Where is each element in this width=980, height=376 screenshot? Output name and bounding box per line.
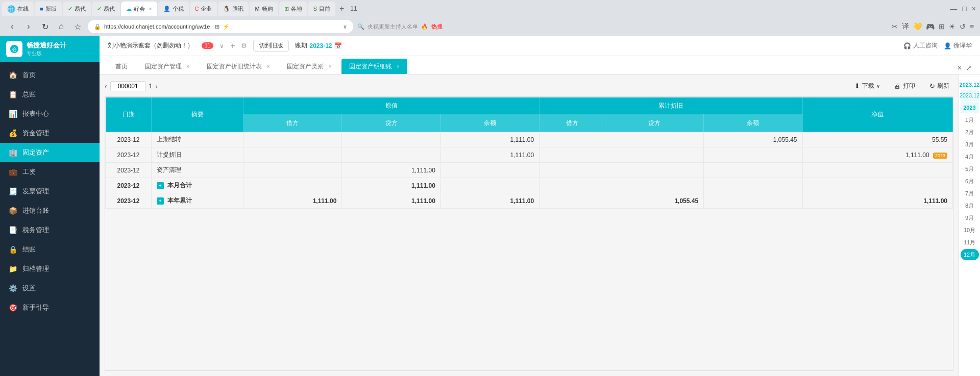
month-item-4[interactable]: 4月 — [961, 151, 979, 162]
scissors-icon[interactable]: ✂ — [892, 22, 898, 31]
tab-close-3[interactable]: × — [329, 64, 332, 69]
sidebar-item-purchase[interactable]: 📦 进销台账 — [0, 201, 100, 220]
sidebar-item-salary[interactable]: 💼 工资 — [0, 162, 100, 182]
forward-button[interactable]: › — [22, 20, 35, 33]
refresh-button[interactable]: ↻ 刷新 — [925, 80, 953, 92]
undo-icon[interactable]: ↺ — [960, 22, 966, 31]
month-item-12[interactable]: 12月 — [961, 249, 979, 260]
month-item-7[interactable]: 7月 — [961, 188, 979, 199]
download-button[interactable]: ⬇ 下载 ∨ — [850, 80, 884, 92]
tab-home[interactable]: 首页 — [108, 59, 135, 74]
refresh-button[interactable]: ↻ — [39, 20, 51, 33]
home-button[interactable]: ⌂ — [55, 20, 67, 33]
cell-dep-debit — [540, 163, 605, 178]
user-button[interactable]: 👤 徐译华 — [944, 41, 972, 50]
month-item-5[interactable]: 5月 — [961, 163, 979, 174]
sidebar-item-settings[interactable]: ⚙️ 设置 — [0, 279, 100, 298]
sidebar-item-report[interactable]: 📊 报表中心 — [0, 104, 100, 123]
search-area: 🔍 央视更新主持人名单 🔥 热搜 — [357, 23, 510, 31]
month-item-8[interactable]: 8月 — [961, 200, 979, 211]
cell-dep-credit — [605, 147, 703, 163]
browser-tab-tax[interactable]: 👤 个税 — [158, 2, 189, 16]
month-item-3[interactable]: 3月 — [961, 139, 979, 150]
logo-icon: 会 — [6, 41, 22, 57]
col-orig-balance: 余额 — [440, 115, 539, 132]
cell-dep-credit — [605, 132, 703, 147]
browser-tab-gedi[interactable]: ⊞ 各地 — [279, 2, 307, 16]
cell-date: 2023-12 — [106, 193, 152, 209]
browser-tab-chang[interactable]: M 畅购 — [250, 2, 278, 16]
page-number-input[interactable] — [110, 81, 146, 91]
tab-fixed-asset-category[interactable]: 固定资产类别 × — [279, 59, 339, 74]
sidebar-item-label: 总账 — [22, 90, 36, 99]
next-page-button[interactable]: › — [155, 82, 158, 90]
add-icon[interactable]: + — [230, 41, 235, 51]
brightness-icon[interactable]: ☀ — [949, 22, 955, 31]
tab-close-4[interactable]: × — [397, 64, 400, 69]
calendar-icon[interactable]: 📅 — [334, 42, 342, 49]
tab-close-2[interactable]: × — [267, 64, 270, 69]
month-item-6[interactable]: 6月 — [961, 176, 979, 187]
col-orig-debit: 借方 — [243, 115, 342, 132]
browser-tab-active[interactable]: ☁ 好会 × — [121, 2, 157, 16]
sidebar-item-invoice[interactable]: 🧾 发票管理 — [0, 182, 100, 201]
sidebar-item-guide[interactable]: 🎯 新手引导 — [0, 298, 100, 317]
maximize-button[interactable]: □ — [960, 5, 968, 13]
wallet-icon[interactable]: 💛 — [913, 22, 922, 31]
prev-page-button[interactable]: ‹ — [105, 82, 107, 90]
tab-close-1[interactable]: × — [186, 64, 189, 69]
url-input[interactable]: 🔒 https://cloud.chanjet.com/accounting/u… — [88, 20, 353, 33]
month-item-2023-selected[interactable]: 2023 — [961, 102, 979, 113]
tab-fixed-asset-ledger[interactable]: 固定资产明细账 × — [341, 59, 407, 74]
sidebar-item-label: 报表中心 — [22, 109, 49, 118]
month-item-2[interactable]: 2月 — [961, 127, 979, 138]
browser-tab-yidai1[interactable]: ✔ 易代 — [63, 2, 91, 16]
browser-tab-tencent[interactable]: 🐧 腾讯 — [218, 2, 249, 16]
user-avatar-icon: 👤 — [944, 42, 951, 49]
settings-small-icon[interactable]: ⚙ — [241, 42, 247, 49]
menu-icon[interactable]: ≡ — [970, 22, 974, 31]
browser-tab-close[interactable]: × — [149, 6, 152, 12]
bookmark-button[interactable]: ☆ — [71, 20, 84, 33]
browser-tab-new[interactable]: ■ 新版 — [35, 2, 62, 16]
tab-depreciation-stats[interactable]: 固定资产折旧统计表 × — [199, 59, 277, 74]
month-item-9[interactable]: 9月 — [961, 212, 979, 223]
tab-count[interactable]: 11 — [348, 5, 359, 12]
username-label: 徐译华 — [953, 41, 972, 50]
grid-icon[interactable]: ⊞ — [939, 22, 945, 31]
sidebar-item-fixed-assets[interactable]: 🏢 固定资产 — [0, 143, 100, 162]
sidebar-item-fund[interactable]: 💰 资金管理 — [0, 123, 100, 143]
period-year: 2023.12 — [960, 82, 980, 88]
game-icon[interactable]: 🎮 — [926, 22, 935, 31]
page-expand-button[interactable]: ⤢ — [966, 64, 972, 72]
tab-bar: 🌐 在线 ■ 新版 ✔ 易代 ✔ 易代 ☁ 好会 × 👤 个税 C 企业 � — [0, 0, 980, 17]
search-icon: 🔍 — [357, 23, 364, 30]
sidebar-item-home[interactable]: 🏠 首页 — [0, 65, 100, 85]
tab-fixed-asset-management[interactable]: 固定资产管理 × — [137, 59, 197, 74]
translate-icon[interactable]: 译 — [902, 22, 909, 31]
new-tab-button[interactable]: + — [336, 4, 347, 13]
month-item-2023-12-highlighted[interactable]: 2023.12 — [961, 90, 979, 101]
url-dropdown-icon[interactable]: ∨ — [343, 23, 347, 30]
month-item-10[interactable]: 10月 — [961, 224, 979, 236]
sidebar-item-close[interactable]: 🔒 结账 — [0, 240, 100, 259]
browser-tab-enterprise[interactable]: C 企业 — [190, 2, 217, 16]
page-close-button[interactable]: × — [958, 64, 962, 72]
dropdown-icon[interactable]: ∨ — [219, 42, 224, 49]
sidebar-item-archive[interactable]: 📁 归档管理 — [0, 259, 100, 279]
sidebar-item-tax[interactable]: 📑 税务管理 — [0, 220, 100, 240]
minimize-button[interactable]: — — [948, 5, 959, 13]
browser-tab-mq[interactable]: S 目前 — [308, 2, 335, 16]
sidebar-item-ledger[interactable]: 📋 总账 — [0, 85, 100, 104]
switch-version-button[interactable]: 切到旧版 — [253, 40, 289, 52]
close-button[interactable]: × — [970, 5, 978, 13]
address-bar: ‹ › ↻ ⌂ ☆ 🔒 https://cloud.chanjet.com/ac… — [0, 17, 980, 36]
month-item-11[interactable]: 11月 — [961, 237, 979, 248]
print-button[interactable]: 🖨 打印 — [890, 80, 919, 92]
back-button[interactable]: ‹ — [6, 20, 18, 33]
headset-icon: 🎧 — [903, 42, 911, 49]
browser-tab-online[interactable]: 🌐 在线 — [2, 2, 34, 16]
month-item-1[interactable]: 1月 — [961, 114, 979, 126]
browser-tab-yidai2[interactable]: ✔ 易代 — [92, 2, 120, 16]
help-button[interactable]: 🎧 人工咨询 — [903, 41, 938, 50]
